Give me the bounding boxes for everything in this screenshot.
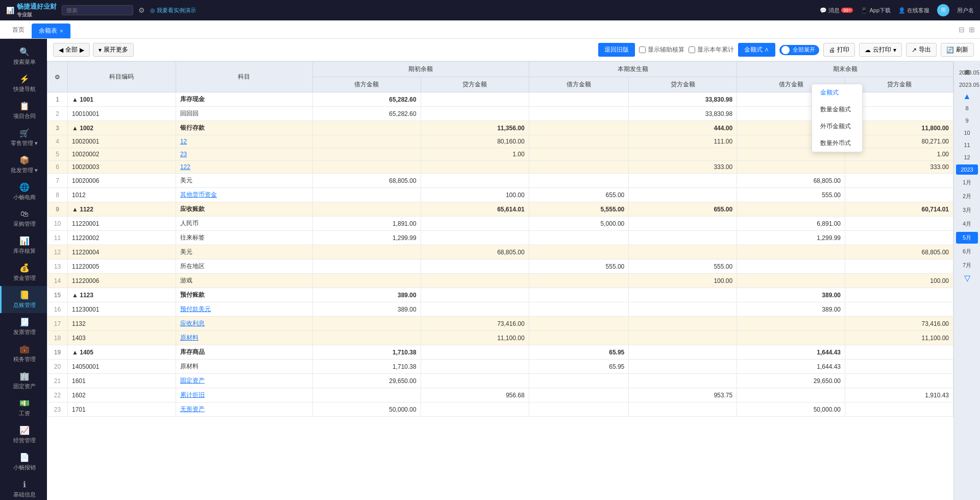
sidebar-item-wholesale[interactable]: 📦 批发管理 ▾: [0, 151, 47, 178]
sidebar-item-accounting[interactable]: 📒 总账管理: [0, 286, 47, 313]
return-old-button[interactable]: 退回旧版: [598, 43, 635, 57]
sidebar-item-salary[interactable]: 💵 工资: [0, 394, 47, 421]
table-row-name[interactable]: 其他货币资金: [176, 188, 312, 202]
period-m1[interactable]: 1月: [956, 177, 978, 188]
table-row-open-debit: [312, 331, 421, 345]
table-row-num: 11: [47, 231, 68, 245]
period-m12[interactable]: 12: [956, 152, 978, 162]
table-row-name[interactable]: 固定资产: [176, 374, 312, 388]
table-row-close-debit: 1,299.99: [737, 231, 845, 245]
table-row-per-credit: [629, 245, 737, 259]
operations-icon: 📈: [19, 425, 30, 435]
period-up-arrow[interactable]: ▲: [963, 92, 971, 101]
service-button[interactable]: 👤 在线客服: [898, 7, 929, 14]
message-button[interactable]: 💬 消息 99+: [820, 7, 853, 14]
sidebar-item-assets[interactable]: 🏢 固定资产: [0, 367, 47, 394]
dropdown-item-qty-foreign[interactable]: 数量外币式: [812, 135, 862, 152]
tab-home[interactable]: 首页: [5, 22, 32, 38]
sidebar-label-invoice: 发票管理: [13, 328, 36, 336]
show-ytd-checkbox[interactable]: 显示本年累计: [689, 45, 734, 54]
period-m5[interactable]: 5月: [956, 232, 978, 244]
period-year1[interactable]: 2023.05: [956, 67, 978, 78]
period-m2[interactable]: 2月: [956, 191, 978, 202]
sidebar-item-capital[interactable]: 💰 资金管理: [0, 259, 47, 286]
amount-mode-label: 金额式 ∧: [744, 45, 769, 54]
table-row-open-debit: 389.00: [312, 302, 421, 317]
amount-mode-button[interactable]: 金额式 ∧: [738, 43, 775, 57]
th-name: 科目: [176, 62, 312, 92]
avatar[interactable]: 用: [937, 4, 949, 16]
table-row-num: 18: [47, 331, 68, 345]
search-input[interactable]: [62, 5, 133, 15]
period-down-arrow[interactable]: ▽: [964, 273, 970, 283]
table-row-per-credit: 555.00: [629, 259, 737, 274]
sidebar-item-search[interactable]: 🔍 搜索菜单: [0, 43, 47, 70]
table-row-per-debit: [529, 302, 629, 317]
period-m11[interactable]: 11: [956, 140, 978, 150]
table-row-open-credit: [421, 161, 529, 174]
export-button[interactable]: ↗ 导出: [906, 43, 937, 57]
sidebar-item-reports[interactable]: 📄 小畅报销: [0, 448, 47, 475]
minimize-icon[interactable]: ⊟: [959, 26, 965, 34]
dropdown-item-amount[interactable]: 金额式: [812, 84, 862, 101]
maximize-icon[interactable]: ⊞: [969, 26, 975, 34]
table-row-close-credit: 68,805.00: [845, 245, 953, 259]
cloud-print-icon: ☁: [865, 46, 871, 54]
sidebar: 🔍 搜索菜单 ⚡ 快捷导航 📋 项目合同 🛒 零售管理 ▾ 📦 批发管理 ▾ 🌐…: [0, 39, 47, 500]
sidebar-item-basic[interactable]: ℹ 基础信息: [0, 475, 47, 500]
app-icon: 📊: [6, 7, 14, 14]
period-m8[interactable]: 8: [956, 103, 978, 113]
table-row-code: 1602: [68, 388, 176, 402]
download-button[interactable]: 📱 App下载: [861, 7, 891, 14]
table-row-name[interactable]: 原材料: [176, 331, 312, 345]
tab-balance-sheet[interactable]: 余额表 ×: [32, 23, 70, 38]
sidebar-item-quicknav[interactable]: ⚡ 快捷导航: [0, 70, 47, 97]
sidebar-item-tax[interactable]: 💼 税务管理: [0, 340, 47, 367]
table-row-name[interactable]: 12: [176, 135, 312, 148]
period-year-2023[interactable]: 2023: [956, 164, 978, 175]
sidebar-item-inventory[interactable]: 📊 库存核算: [0, 232, 47, 259]
expand-button[interactable]: ▾ 展开更多: [93, 43, 134, 57]
period-m4[interactable]: 4月: [956, 218, 978, 230]
table-row-name[interactable]: 23: [176, 148, 312, 161]
table-row-open-debit: 1,891.00: [312, 217, 421, 231]
period-m6[interactable]: 6月: [956, 246, 978, 257]
period-m10[interactable]: 10: [956, 128, 978, 138]
refresh-button[interactable]: 🔄 刷新: [941, 43, 974, 57]
dropdown-item-qty-amount[interactable]: 数量金额式: [812, 101, 862, 118]
table-row-open-debit: [312, 259, 421, 274]
sidebar-label-wholesale: 批发管理 ▾: [11, 166, 38, 174]
sidebar-item-ecommerce[interactable]: 🌐 小畅电商: [0, 178, 47, 205]
th-settings[interactable]: ⚙: [47, 62, 68, 92]
sidebar-item-invoice[interactable]: 🧾 发票管理: [0, 313, 47, 340]
period-m3[interactable]: 3月: [956, 204, 978, 216]
table-row-open-debit: 65,282.60: [312, 107, 421, 121]
table-row-name[interactable]: 预付款美元: [176, 302, 312, 317]
table-row-name[interactable]: 无形资产: [176, 402, 312, 417]
all-button[interactable]: ◀ 全部 ▶: [53, 43, 90, 57]
table-row-name[interactable]: 累计折旧: [176, 388, 312, 402]
sidebar-item-operations[interactable]: 📈 经营管理: [0, 421, 47, 448]
sidebar-item-project[interactable]: 📋 项目合同: [0, 97, 47, 124]
period-m7[interactable]: 7月: [956, 259, 978, 271]
cloud-print-button[interactable]: ☁ 云打印 ▾: [859, 43, 902, 57]
table-row-num: 22: [47, 388, 68, 402]
show-auxiliary-checkbox[interactable]: 显示辅助核算: [639, 45, 684, 54]
table-row-name[interactable]: 122: [176, 161, 312, 174]
dropdown-item-foreign-amount[interactable]: 外币金额式: [812, 118, 862, 135]
assets-icon: 🏢: [19, 371, 30, 381]
th-open-debit: 借方金额: [312, 77, 421, 92]
period-m9[interactable]: 9: [956, 115, 978, 126]
sidebar-item-retail[interactable]: 🛒 零售管理 ▾: [0, 124, 47, 151]
tab-close-button[interactable]: ×: [60, 28, 63, 35]
settings-icon[interactable]: ⚙: [138, 6, 145, 14]
demo-link[interactable]: ◎ 我要看实例演示: [150, 7, 196, 14]
table-row-name[interactable]: 应收利息: [176, 317, 312, 331]
tab-bar-controls: ⊟ ⊞: [959, 26, 975, 34]
expand-all-toggle[interactable]: 全部展开: [779, 45, 819, 55]
period-year2[interactable]: 2023.05: [956, 80, 978, 90]
table-row-open-debit: 389.00: [312, 288, 421, 302]
table-row-per-debit: [529, 317, 629, 331]
sidebar-item-purchase[interactable]: 🛍 采购管理: [0, 205, 47, 232]
print-button[interactable]: 🖨 打印: [823, 43, 855, 57]
